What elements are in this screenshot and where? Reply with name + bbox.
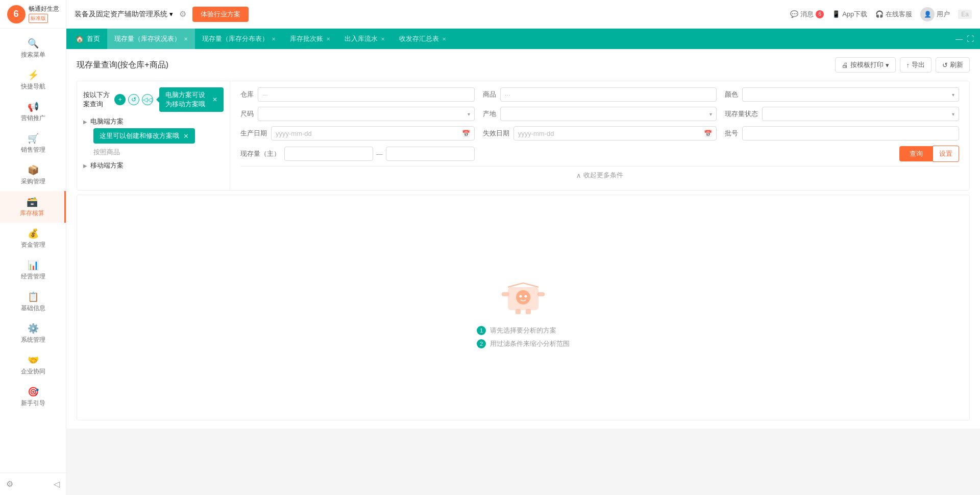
origin-select[interactable]: ▾: [500, 107, 717, 121]
goods-input[interactable]: ···: [500, 87, 717, 102]
export-button[interactable]: ↑ 导出: [900, 57, 932, 73]
home-icon: 🏠: [76, 35, 84, 43]
finance-icon: 💰: [28, 228, 39, 239]
size-select-arrow: ▾: [468, 111, 470, 117]
refresh-button[interactable]: ↺ 刷新: [936, 57, 970, 73]
app-download-action[interactable]: 📱 App下载: [832, 10, 867, 19]
sidebar-footer: ⚙ ◁: [0, 473, 66, 495]
tab-minimize-icon[interactable]: —: [955, 35, 963, 43]
user-action[interactable]: 👤 用户: [920, 7, 950, 21]
online-service-action[interactable]: 🎧 在线客服: [875, 10, 912, 19]
tab-inout-flow[interactable]: 出入库流水 ✕: [337, 29, 392, 49]
svg-line-2: [523, 283, 538, 287]
stock-main-field: 现存量（主） —: [240, 146, 475, 162]
tab-close-icon[interactable]: ✕: [381, 36, 385, 42]
step2-text: 用过滤条件来缩小分析范围: [490, 339, 570, 348]
collapse-button[interactable]: ∧ 收起更多条件: [240, 166, 959, 184]
sidebar-item-sales[interactable]: 🛒 销售管理: [0, 128, 66, 159]
sidebar-item-marketing[interactable]: 📢 营销推广: [0, 96, 66, 128]
tab-collect-summary-label: 收发存汇总表: [399, 34, 439, 43]
sidebar-item-label: 搜索菜单: [21, 51, 45, 59]
stock-status-select[interactable]: ▾: [762, 107, 959, 121]
tab-home[interactable]: 🏠 首页: [68, 29, 107, 49]
page-title-text: 现存量查询(按仓库+商品): [77, 60, 168, 70]
stock-main-from[interactable]: [284, 147, 373, 161]
goods-sub-item[interactable]: 按照商品: [93, 148, 224, 157]
refresh-scheme-icon[interactable]: ↺: [128, 94, 139, 105]
scheme-panel: 按以下方案查询 + ↺ ◁◁ 电脑方案可设为移动方案哦 ✕ ▶: [77, 81, 230, 190]
size-label: 尺码: [240, 109, 254, 119]
svg-line-1: [508, 283, 523, 287]
sidebar-item-purchase[interactable]: 📦 采购管理: [0, 159, 66, 191]
message-action[interactable]: 💬 消息 6: [790, 10, 824, 19]
tab-expand-icon[interactable]: ⛶: [967, 35, 974, 43]
tooltip-scheme-mobile: 电脑方案可设为移动方案哦 ✕: [159, 87, 224, 112]
warehouse-input[interactable]: ···: [258, 87, 475, 102]
enterprise-icon: 🤝: [28, 355, 39, 366]
expire-date-input[interactable]: yyyy-mm-dd 📅: [513, 126, 717, 140]
user-initial-badge: Ea: [958, 10, 972, 19]
goods-label: 商品: [483, 90, 496, 99]
goods-sub-label: 按照商品: [93, 148, 120, 157]
sidebar-item-operations[interactable]: 📊 经营管理: [0, 254, 66, 286]
color-select[interactable]: ▾: [742, 87, 959, 102]
collapse-sidebar-icon[interactable]: ◁: [54, 479, 60, 489]
back-scheme-icon[interactable]: ◁◁: [142, 94, 153, 105]
tab-close-icon[interactable]: ✕: [442, 36, 446, 42]
system-name-select[interactable]: 装备及固定资产辅助管理系统 ▾: [75, 10, 173, 19]
prod-date-placeholder: yyyy-mm-dd: [276, 130, 312, 137]
warehouse-dots: ···: [262, 91, 268, 99]
tab-inventory-dist[interactable]: 现存量（库存分布表） ✕: [195, 29, 283, 49]
expire-date-calendar-icon[interactable]: 📅: [704, 130, 712, 137]
filter-tree: ▶ 电脑端方案 这里可以创建和修改方案哦 ✕ 按照商品: [83, 117, 224, 170]
size-select[interactable]: ▾: [258, 107, 475, 121]
stock-status-field: 现存量状态 ▾: [725, 107, 959, 121]
goods-dots: ···: [505, 91, 510, 99]
expire-date-field: 失效日期 yyyy-mm-dd 📅: [483, 126, 717, 140]
tab-inventory-status[interactable]: 现存量（库存状况表） ✕: [107, 29, 195, 49]
tab-close-icon[interactable]: ✕: [184, 36, 188, 42]
prod-date-input[interactable]: yyyy-mm-dd 📅: [271, 126, 475, 140]
header: 装备及固定资产辅助管理系统 ▾ ⚙ 体验行业方案 💬 消息 6 📱 App下载 …: [66, 0, 980, 29]
tooltip-create-scheme: 这里可以创建和修改方案哦 ✕: [93, 128, 195, 144]
sidebar-item-enterprise[interactable]: 🤝 企业协同: [0, 349, 66, 381]
sidebar-item-inventory[interactable]: 🗃️ 库存核算: [0, 191, 66, 223]
tooltip1-close-icon[interactable]: ✕: [212, 96, 217, 103]
color-label: 颜色: [725, 90, 738, 99]
step1-text: 请先选择要分析的方案: [490, 326, 556, 335]
batch-input[interactable]: [742, 126, 959, 140]
tab-batch-ledger[interactable]: 库存批次账 ✕: [283, 29, 337, 49]
sidebar-item-finance[interactable]: 💰 资金管理: [0, 223, 66, 254]
sidebar-item-quicknav[interactable]: ⚡ 快捷导航: [0, 64, 66, 96]
sidebar-item-label: 资金管理: [21, 241, 45, 249]
tab-home-label: 首页: [87, 34, 100, 43]
range-dash: —: [376, 150, 383, 158]
refresh-icon: ↺: [942, 61, 948, 69]
header-settings-icon[interactable]: ⚙: [179, 9, 186, 19]
tab-close-icon[interactable]: ✕: [272, 36, 276, 42]
sidebar-item-search[interactable]: 🔍 搜索菜单: [0, 33, 66, 64]
settings-button[interactable]: 设置: [933, 146, 959, 162]
prod-date-label: 生产日期: [240, 129, 267, 138]
page-actions: 🖨 按模板打印 ▾ ↑ 导出 ↺ 刷新: [835, 57, 970, 73]
tooltip2-close-icon[interactable]: ✕: [183, 132, 189, 140]
settings-footer-icon[interactable]: ⚙: [6, 479, 13, 489]
guide-icon: 🎯: [28, 386, 39, 397]
add-scheme-icon[interactable]: +: [114, 94, 126, 105]
query-button[interactable]: 查询: [899, 146, 933, 161]
step1-num: 1: [477, 326, 486, 335]
origin-select-arrow: ▾: [709, 111, 712, 117]
sidebar-item-guide[interactable]: 🎯 新手引导: [0, 381, 66, 413]
tab-collect-summary[interactable]: 收发存汇总表 ✕: [392, 29, 453, 49]
sidebar-item-basic[interactable]: 📋 基础信息: [0, 286, 66, 318]
batch-field: 批号: [725, 126, 959, 140]
prod-date-calendar-icon[interactable]: 📅: [462, 130, 470, 137]
color-field: 颜色 ▾: [725, 87, 959, 102]
print-button[interactable]: 🖨 按模板打印 ▾: [835, 57, 896, 73]
sidebar-item-system[interactable]: ⚙️ 系统管理: [0, 318, 66, 349]
tab-close-icon[interactable]: ✕: [326, 36, 330, 42]
experience-button[interactable]: 体验行业方案: [192, 7, 249, 22]
header-right: 💬 消息 6 📱 App下载 🎧 在线客服 👤 用户 Ea: [790, 7, 972, 21]
query-form-panel: 仓库 ··· 商品 ··· 颜色: [230, 81, 969, 190]
stock-main-to[interactable]: [386, 147, 475, 161]
